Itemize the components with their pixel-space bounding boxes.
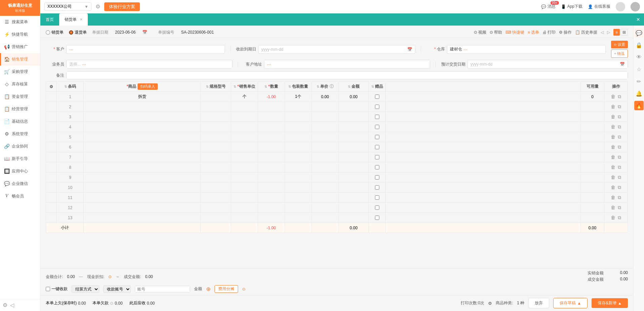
- row-amount[interactable]: [339, 193, 369, 203]
- abandon-button[interactable]: 放弃: [528, 298, 549, 308]
- due-date-input[interactable]: yyyy-mm-dd 📅: [258, 45, 415, 54]
- row-product[interactable]: [84, 152, 201, 162]
- row-gift[interactable]: [369, 142, 386, 152]
- row-gift[interactable]: [369, 112, 386, 122]
- row-qty[interactable]: [258, 132, 285, 142]
- sidebar-item-app-center[interactable]: 🔲 应用中心: [0, 165, 40, 178]
- row-qty[interactable]: [258, 162, 285, 172]
- row-pkgqty[interactable]: [285, 203, 312, 213]
- gift-checkbox[interactable]: [375, 94, 379, 99]
- row-product[interactable]: [84, 132, 201, 142]
- right-icon-bell[interactable]: 🔔: [634, 89, 644, 98]
- row-pkgqty[interactable]: [285, 162, 312, 172]
- row-qty[interactable]: [258, 102, 285, 112]
- right-icon-lock[interactable]: 🔒: [634, 40, 644, 50]
- row-unit[interactable]: [231, 142, 258, 152]
- th-qty[interactable]: ⇅ *数量: [258, 82, 285, 92]
- row-amount[interactable]: [339, 203, 369, 213]
- row-price[interactable]: [312, 142, 339, 152]
- row-price[interactable]: [312, 102, 339, 112]
- app-download-btn[interactable]: 📱 App下载: [561, 4, 582, 9]
- row-price[interactable]: [312, 152, 339, 162]
- help-btn[interactable]: ⊙ 帮助: [490, 30, 502, 35]
- copy-row-btn[interactable]: ⧉: [618, 154, 621, 160]
- row-price[interactable]: [312, 183, 339, 193]
- delete-row-btn[interactable]: 🗑: [611, 104, 615, 109]
- row-amount[interactable]: [339, 142, 369, 152]
- gift-checkbox[interactable]: [375, 185, 379, 190]
- row-price[interactable]: [312, 203, 339, 213]
- row-spec[interactable]: [201, 213, 231, 223]
- tab-close-icon[interactable]: ×: [80, 17, 82, 22]
- right-icon-chat[interactable]: 💬: [634, 28, 644, 38]
- avatar2[interactable]: [631, 2, 640, 11]
- row-pkgqty[interactable]: [285, 152, 312, 162]
- sidebar-item-search[interactable]: ☰ 搜索菜单: [0, 16, 40, 28]
- row-spec[interactable]: [201, 122, 231, 132]
- discount-info-icon[interactable]: ⊙: [108, 274, 112, 279]
- sidebar-settings-icon[interactable]: ⚙: [3, 302, 7, 308]
- row-unit[interactable]: 个: [231, 92, 258, 102]
- trial-button[interactable]: 体验行业方案: [104, 2, 140, 11]
- th-note[interactable]: [386, 82, 581, 92]
- gift-checkbox[interactable]: [375, 175, 379, 180]
- sale-radio[interactable]: 销货单: [46, 30, 64, 35]
- copy-row-btn[interactable]: ⧉: [618, 94, 621, 99]
- delete-row-btn[interactable]: 🗑: [611, 124, 615, 129]
- row-price[interactable]: [312, 213, 339, 223]
- delete-row-btn[interactable]: 🗑: [611, 154, 615, 160]
- row-gift[interactable]: [369, 193, 386, 203]
- row-unit[interactable]: [231, 102, 258, 112]
- logistics-side-btn[interactable]: + 物流: [611, 49, 628, 58]
- row-product[interactable]: [84, 213, 201, 223]
- draft-button[interactable]: 保存草稿 ▲: [553, 298, 588, 308]
- sidebar-item-member[interactable]: V 畅会员: [0, 190, 40, 202]
- row-unit[interactable]: [231, 152, 258, 162]
- row-pkgqty[interactable]: [285, 122, 312, 132]
- tab-sales-order[interactable]: 销货单 ×: [59, 13, 88, 26]
- row-spec[interactable]: [201, 102, 231, 112]
- sidebar-item-enterprise[interactable]: 🔗 企业协同: [0, 140, 40, 153]
- row-product[interactable]: [84, 112, 201, 122]
- row-product[interactable]: [84, 172, 201, 183]
- row-unit[interactable]: [231, 122, 258, 132]
- row-price[interactable]: 0.00: [312, 92, 339, 102]
- row-amount[interactable]: 0.00: [339, 92, 369, 102]
- row-note[interactable]: [386, 132, 581, 142]
- save-new-button[interactable]: 保存&新增 ▲: [592, 298, 628, 308]
- payment-checkbox-input[interactable]: [46, 287, 50, 291]
- gift-checkbox[interactable]: [375, 125, 379, 129]
- copy-row-btn[interactable]: ⧉: [618, 114, 621, 119]
- sidebar-logo[interactable]: 畅康通好生意 标准版: [0, 0, 40, 16]
- sidebar-collapse-icon[interactable]: ◁: [10, 302, 14, 308]
- calendar-icon[interactable]: 📅: [142, 30, 147, 35]
- row-spec[interactable]: [201, 203, 231, 213]
- message-btn[interactable]: 💬 消息 99+: [541, 4, 556, 9]
- row-product[interactable]: [84, 183, 201, 193]
- copy-row-btn[interactable]: ⧉: [618, 185, 621, 190]
- delete-row-btn[interactable]: 🗑: [611, 144, 615, 150]
- gift-checkbox[interactable]: [375, 195, 379, 200]
- settings-side-btn[interactable]: ⊙ 设置: [611, 41, 628, 48]
- gift-checkbox[interactable]: [375, 155, 379, 159]
- row-qty[interactable]: [258, 203, 285, 213]
- row-note[interactable]: [386, 172, 581, 183]
- row-pkgqty[interactable]: [285, 142, 312, 152]
- row-spec[interactable]: [201, 112, 231, 122]
- row-product[interactable]: [84, 162, 201, 172]
- print-btn[interactable]: 🖨 打印: [542, 30, 556, 35]
- th-spec[interactable]: ⇅ 规格型号: [201, 82, 231, 92]
- sidebar-item-inventory[interactable]: ◇ 库存核算: [0, 78, 40, 90]
- row-gift[interactable]: [369, 132, 386, 142]
- row-spec[interactable]: [201, 152, 231, 162]
- row-price[interactable]: [312, 162, 339, 172]
- row-qty[interactable]: [258, 152, 285, 162]
- th-unit[interactable]: ⇅ *销售单位: [231, 82, 258, 92]
- row-qty[interactable]: [258, 172, 285, 183]
- row-note[interactable]: [386, 213, 581, 223]
- sidebar-item-sales[interactable]: 🏠 销售管理: [0, 53, 40, 66]
- row-unit[interactable]: [231, 162, 258, 172]
- row-pkgqty[interactable]: [285, 172, 312, 183]
- delete-row-btn[interactable]: 🗑: [611, 164, 615, 170]
- row-note[interactable]: [386, 193, 581, 203]
